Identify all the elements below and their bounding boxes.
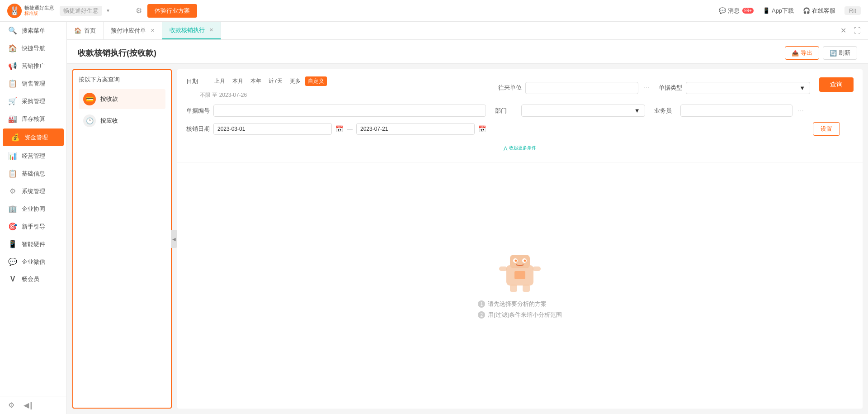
close-tab-icon[interactable]: ✕: [839, 24, 848, 37]
search-form: 日期 上月 本月 本年 近7天 更多 自定义 不限 至 2023-0: [177, 69, 863, 162]
form-item-dept: 部门 ▼: [495, 105, 645, 117]
sidebar-item-guide[interactable]: 🎯 新手引导: [0, 218, 66, 235]
sidebar-item-operations[interactable]: 📊 经营管理: [0, 147, 66, 165]
app-name: 畅捷通好生意 ▼: [60, 6, 132, 16]
weixin-icon: 💬: [8, 257, 17, 266]
sidebar-item-purchase[interactable]: 🛒 采购管理: [0, 92, 66, 110]
setting-button[interactable]: 设置: [813, 122, 840, 136]
basic-info-icon: 📋: [8, 169, 17, 178]
hardware-icon: 📱: [8, 240, 17, 248]
tab-receipt-writeoff[interactable]: 收款核销执行 ✕: [162, 22, 221, 39]
sidebar-item-finance[interactable]: 💰 资金管理: [3, 128, 64, 146]
sidebar-item-sales[interactable]: 📋 销售管理: [0, 75, 66, 92]
home-icon: 🏠: [8, 44, 17, 52]
sidebar-item-weixin[interactable]: 💬 企业微信: [0, 253, 66, 271]
calendar-start-icon[interactable]: 📅: [335, 125, 343, 133]
form-item-writeoff-date: 核销日期 📅 — 📅: [186, 123, 486, 135]
guide-icon: 🎯: [8, 222, 17, 231]
sidebar-item-system[interactable]: ⚙ 系统管理: [0, 182, 66, 200]
sidebar-item-member[interactable]: V 畅会员: [0, 271, 66, 288]
tab-prepay-writeoff[interactable]: 预付冲应付单 ✕: [104, 22, 162, 39]
tabbar-controls: ✕ ⛶: [839, 24, 868, 37]
export-button[interactable]: 📤 导出: [785, 46, 819, 60]
robot-svg: [493, 249, 547, 295]
refresh-button[interactable]: 🔄 刷新: [823, 46, 857, 60]
calendar-end-icon[interactable]: 📅: [478, 125, 486, 133]
inventory-icon: 🏭: [8, 114, 17, 123]
source-unit-input[interactable]: [525, 82, 638, 94]
query-button[interactable]: 查询: [819, 77, 854, 92]
enterprise-icon: 🏢: [8, 205, 17, 213]
empty-step-2: 2 用[过滤]条件来缩小分析范围: [478, 311, 561, 319]
download-icon: 📱: [763, 7, 770, 14]
page-title-actions: 📤 导出 🔄 刷新: [785, 46, 857, 60]
filter-item-by-receivable[interactable]: 🕐 按应收: [79, 111, 165, 131]
date-btn-this-year[interactable]: 本年: [248, 76, 264, 86]
sidebar-item-inventory[interactable]: 🏭 库存核算: [0, 110, 66, 128]
receivable-icon: 🕐: [83, 114, 96, 127]
sidebar-item-hardware[interactable]: 📱 智能硬件: [0, 235, 66, 253]
svg-rect-9: [523, 285, 530, 292]
staff-dots[interactable]: ···: [798, 107, 804, 115]
chevron-down-icon: ▼: [799, 85, 805, 91]
message-button[interactable]: 💬 消息 99+: [719, 7, 754, 15]
sidebar-item-enterprise[interactable]: 🏢 企业协同: [0, 200, 66, 218]
empty-illustration: [493, 249, 547, 295]
writeoff-date-end-input[interactable]: [356, 123, 475, 135]
dept-select[interactable]: ▼: [521, 105, 645, 117]
filter-item-by-receipt[interactable]: 💳 按收款: [79, 89, 165, 109]
source-unit-dots[interactable]: ···: [644, 84, 650, 92]
staff-label: 业务员: [654, 107, 677, 115]
filter-collapse-button[interactable]: ◀: [171, 230, 177, 248]
collapse-sidebar-icon[interactable]: ◀‖: [24, 401, 33, 409]
gear-icon[interactable]: ⚙: [136, 6, 142, 15]
content-area: 按以下方案查询 💳 按收款 🕐 按应收 ◀ 日期: [67, 64, 868, 414]
fullscreen-icon[interactable]: ⛶: [852, 25, 863, 37]
empty-text-list: 1 请先选择要分析的方案 2 用[过滤]条件来缩小分析范围: [478, 300, 561, 322]
form-row-3: 核销日期 📅 — 📅 设置: [186, 122, 854, 136]
svg-rect-7: [533, 266, 541, 271]
page-title-row: 收款核销执行(按收款) 📤 导出 🔄 刷新: [78, 46, 857, 63]
filter-panel-title: 按以下方案查询: [79, 76, 165, 84]
date-btn-7days[interactable]: 近7天: [266, 76, 285, 86]
export-icon: 📤: [792, 50, 799, 57]
main-content: 🏠 首页 预付冲应付单 ✕ 收款核销执行 ✕ ✕ ⛶ 收款核销执行(按收款) 📤…: [67, 22, 868, 414]
date-btn-last-month[interactable]: 上月: [212, 76, 228, 86]
form-item-date: 日期 上月 本月 本年 近7天 更多 自定义 不限 至 2023-0: [186, 76, 489, 99]
solution-button[interactable]: 体验行业方案: [147, 4, 197, 18]
online-service-button[interactable]: 🎧 在线客服: [803, 7, 835, 15]
sidebar-item-quick-nav[interactable]: 🏠 快捷导航: [0, 39, 66, 57]
logo-icon: 🐰: [7, 4, 22, 18]
date-btn-custom[interactable]: 自定义: [305, 76, 327, 86]
writeoff-date-start-input[interactable]: [213, 123, 332, 135]
tab-close-prepay[interactable]: ✕: [151, 28, 155, 33]
form-row-1: 日期 上月 本月 本年 近7天 更多 自定义 不限 至 2023-0: [186, 76, 854, 99]
sidebar-item-search[interactable]: 🔍 搜索菜单: [0, 22, 66, 39]
topbar-right: 💬 消息 99+ 📱 App下载 🎧 在线客服 Rit: [719, 6, 861, 15]
collapse-more-button[interactable]: ⋀ 收起更多条件: [186, 141, 854, 155]
member-icon: V: [8, 275, 17, 283]
purchase-icon: 🛒: [8, 97, 17, 105]
headset-icon: 🎧: [803, 7, 810, 14]
form-item-source-unit: 往来单位 ···: [498, 82, 650, 94]
logo: 🐰 畅捷通好生意 标准版: [7, 4, 54, 18]
empty-state: 1 请先选择要分析的方案 2 用[过滤]条件来缩小分析范围: [177, 162, 863, 409]
chevron-down-icon-dept: ▼: [634, 107, 640, 114]
settings-icon[interactable]: ⚙: [8, 401, 14, 409]
sidebar-item-basic-info[interactable]: 📋 基础信息: [0, 165, 66, 182]
staff-input[interactable]: [680, 105, 793, 117]
doc-type-select[interactable]: ▼: [686, 82, 810, 94]
form-item-staff: 业务员 ···: [654, 105, 804, 117]
date-btn-this-month[interactable]: 本月: [230, 76, 246, 86]
writeoff-date-label: 核销日期: [186, 125, 210, 133]
doc-number-input[interactable]: [213, 105, 486, 117]
sidebar-item-marketing[interactable]: 📢 营销推广: [0, 57, 66, 75]
svg-point-5: [524, 260, 526, 262]
app-download-button[interactable]: 📱 App下载: [763, 7, 794, 15]
date-no-limit-text: 不限 至 2023-07-26: [200, 92, 247, 98]
tab-close-receipt[interactable]: ✕: [209, 27, 213, 33]
doc-type-label: 单据类型: [659, 84, 682, 92]
date-btn-more[interactable]: 更多: [287, 76, 303, 86]
tab-home[interactable]: 🏠 首页: [67, 22, 104, 39]
chevron-down-icon[interactable]: ▼: [106, 8, 110, 13]
